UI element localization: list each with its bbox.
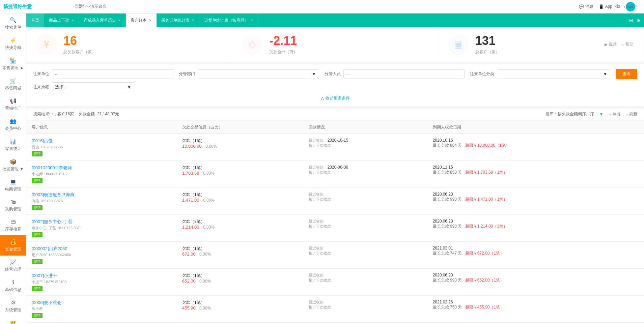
- next-collect: 预计下次收款: [309, 305, 422, 310]
- debt-amount[interactable]: 652.00: [182, 278, 196, 284]
- cell-collection: 最近收款 预计下次收款: [303, 242, 427, 269]
- sidebar-item-system[interactable]: ⚙ 系统管理: [0, 296, 26, 316]
- dept-label: 分管部门: [179, 71, 195, 77]
- last-collect-row: 最近收款 2020-10-15: [309, 138, 422, 143]
- next-collect: 预计下次收款: [309, 224, 422, 229]
- customer-name-link[interactable]: [0006]去下粮仓: [32, 300, 171, 306]
- last-collect-row: 最近收款 2020-06-30: [309, 165, 422, 170]
- tab-close-purchase-order[interactable]: ✕: [192, 19, 194, 22]
- stat-label-debt-customers: 总欠款客户（家）: [63, 49, 96, 55]
- unit-category-input[interactable]: ▼: [497, 69, 610, 79]
- cell-debt-info: 欠款（3笔） 1,214.00 0.00%: [177, 215, 303, 242]
- debt-amount[interactable]: 10,000.00: [182, 144, 202, 149]
- debt-amount[interactable]: 1,471.00: [182, 198, 199, 203]
- tab-product-instock[interactable]: 产成品入库单历史 ✕: [79, 13, 126, 27]
- stat-card-debt-amount: ◇ -2.11 欠款合计（万）: [232, 27, 438, 62]
- refresh-btn[interactable]: ○ 刷新: [626, 111, 637, 117]
- filter-collapse-btn[interactable]: ⋀ 收起更多条件: [33, 95, 637, 101]
- table-row: [0002]服务中心_丁磊 服务中心_丁磊 181 0125 8371 现销 欠…: [26, 215, 644, 242]
- search-button[interactable]: 查询: [616, 69, 637, 79]
- tab-expand-btn[interactable]: ⊞: [637, 18, 641, 23]
- sidebar-item-enterprise-coop[interactable]: 🤝 企业协同: [0, 316, 26, 324]
- tab-minimize-btn[interactable]: ⊟: [629, 18, 633, 23]
- tab-bar: 首页 商品上下架 ✕ 产成品入库单历史 ✕ 客户账本 ✕ 采购订单统计表 ✕: [26, 13, 644, 27]
- table-row: [0001020001]李老师 李老师 18600391516 现销 欠款（1笔…: [26, 161, 644, 188]
- message-btn[interactable]: 💬 消息: [579, 4, 593, 9]
- filter-balance: 往来余额 选择... ▼: [33, 82, 134, 92]
- manager-label: 分管人员: [325, 71, 341, 77]
- debt-amount[interactable]: 455.90: [182, 305, 196, 311]
- table-wrapper: 客户信息 欠款交易信息（占比） 回款情况 到期未收款日期 [0016]吕俊 吕俊…: [26, 121, 644, 324]
- overdue-amount[interactable]: 超限￥1,471.00（1笔）: [465, 197, 507, 202]
- sidebar-item-marketing[interactable]: 📢 营销推广: [0, 94, 26, 115]
- customer-name-link[interactable]: [0001020001]李老师: [32, 165, 171, 171]
- sidebar-item-member[interactable]: 👥 会员中心: [0, 115, 26, 135]
- customer-name-link[interactable]: [0007]小进干: [32, 273, 171, 279]
- tab-close-product-instock[interactable]: ✕: [118, 19, 121, 22]
- top-right-actions: 💬 消息 📱 App下载 demo2: [579, 2, 641, 11]
- overdue-days: 最长欠款 998 天: [433, 197, 462, 202]
- overdue-amount[interactable]: 超限￥455.90（1笔）: [465, 305, 504, 310]
- manager-input[interactable]: ···: [343, 69, 465, 79]
- balance-input[interactable]: 选择... ▼: [52, 82, 134, 92]
- overdue-amount[interactable]: 超限￥672.00（1笔）: [465, 251, 504, 256]
- from-unit-input[interactable]: ···: [52, 69, 173, 79]
- tab-close-purchase-stat[interactable]: ✕: [251, 19, 253, 22]
- debt-pct: 0.00%: [203, 225, 215, 230]
- sidebar-item-capital[interactable]: 💰 资金管理: [0, 235, 26, 256]
- tab-home[interactable]: 首页: [26, 13, 44, 27]
- debt-amount[interactable]: 1,703.68: [182, 171, 199, 176]
- sidebar-item-retail-mgmt[interactable]: 🏪 零售管理 ▲: [0, 54, 26, 74]
- retail-mgmt-icon: 🏪: [10, 57, 17, 64]
- next-collect: 预计下次收款: [309, 251, 422, 256]
- overdue-amount[interactable]: 超限￥652.00（1笔）: [465, 278, 504, 283]
- tab-product-shelf[interactable]: 商品上下架 ✕: [44, 13, 79, 27]
- business-icon: 📈: [10, 259, 17, 265]
- stat-label-total-customers: 总客户（家）: [475, 49, 500, 55]
- due-date: 2021.03.01: [433, 246, 639, 251]
- customer-name-link[interactable]: [0016]吕俊: [32, 138, 171, 144]
- dept-input[interactable]: ▼: [198, 69, 319, 79]
- customer-meta: 李老师 18600391516: [32, 172, 171, 177]
- customer-name-link[interactable]: [0003]畅捷服务尹海燕: [32, 192, 171, 198]
- customer-badge: 现销: [32, 313, 43, 318]
- store-selector[interactable]: 母婴行业演示账套: [71, 4, 110, 9]
- sidebar-item-basic-info[interactable]: ℹ 基础信息: [0, 276, 26, 296]
- sidebar-item-inventory[interactable]: 🗃 库存核算: [0, 215, 26, 235]
- tab-close-customer-account[interactable]: ✕: [149, 19, 151, 22]
- chevron-down-icon-sort[interactable]: ▼: [599, 112, 604, 117]
- export-btn[interactable]: ○ 导出: [609, 111, 620, 117]
- video-btn[interactable]: ▶视频: [605, 41, 617, 47]
- debt-count: 欠款（1笔）: [182, 246, 298, 252]
- app-download-btn[interactable]: 📱 App下载: [599, 4, 620, 9]
- customer-name-link[interactable]: [0002]服务中心_丁磊: [32, 219, 171, 225]
- tab-purchase-order[interactable]: 采购订单统计表 ✕: [157, 13, 199, 27]
- sidebar-item-batch-mgmt[interactable]: 📦 批发管理 ▼: [0, 155, 26, 175]
- sidebar-item-ecom[interactable]: 💻 电商管理: [0, 175, 26, 196]
- debt-amount[interactable]: 672.00: [182, 252, 196, 257]
- sidebar-item-business[interactable]: 📈 经营管理: [0, 256, 26, 276]
- help-btn[interactable]: ○帮助: [622, 41, 634, 47]
- chevron-down-icon: ▼: [312, 72, 316, 77]
- last-collect-row: 最近收款: [309, 246, 422, 251]
- overdue-amount[interactable]: 超限￥1,214.00（3笔）: [465, 224, 507, 229]
- sidebar-item-search[interactable]: 🔍 搜索菜单: [0, 13, 26, 34]
- customer-meta: 小进干 18279152100: [32, 279, 171, 285]
- overdue-amount[interactable]: 超限￥1,703.68（1笔）: [465, 170, 507, 175]
- tab-close-product-shelf[interactable]: ✕: [71, 19, 74, 22]
- sidebar-item-purchase[interactable]: 🛍 采购管理: [0, 196, 26, 215]
- stat-card-debt-customers: ¥ 16 总欠款客户（家）: [26, 27, 232, 62]
- sidebar-item-retail-mall[interactable]: 🛒 零售商城: [0, 74, 26, 94]
- avatar[interactable]: demo2: [626, 2, 635, 11]
- results-actions: 排序：按欠款金额倒序排序 ▼ ○ 导出 ○ 刷新: [545, 111, 637, 117]
- stats-row: ¥ 16 总欠款客户（家） ◇ -2.11 欠款合计（万）: [26, 27, 644, 62]
- filter-row-1: 往来单位 ··· 分管部门 ▼: [33, 69, 637, 79]
- sidebar-item-retail-stat[interactable]: 📊 零售统计: [0, 135, 26, 155]
- customer-name-link[interactable]: [000002]用户2050: [32, 246, 171, 252]
- tab-purchase-stat[interactable]: 进货单统计表（按商品） ✕: [199, 13, 258, 27]
- tab-customer-account[interactable]: 客户账本 ✕: [126, 13, 157, 27]
- sidebar-item-quick-nav[interactable]: ⚡ 快捷导航: [0, 34, 26, 54]
- debt-count: 欠款（1笔）: [182, 300, 298, 305]
- debt-amount[interactable]: 1,214.00: [182, 225, 199, 230]
- overdue-amount[interactable]: 超限￥10,000.00（1笔）: [465, 143, 510, 148]
